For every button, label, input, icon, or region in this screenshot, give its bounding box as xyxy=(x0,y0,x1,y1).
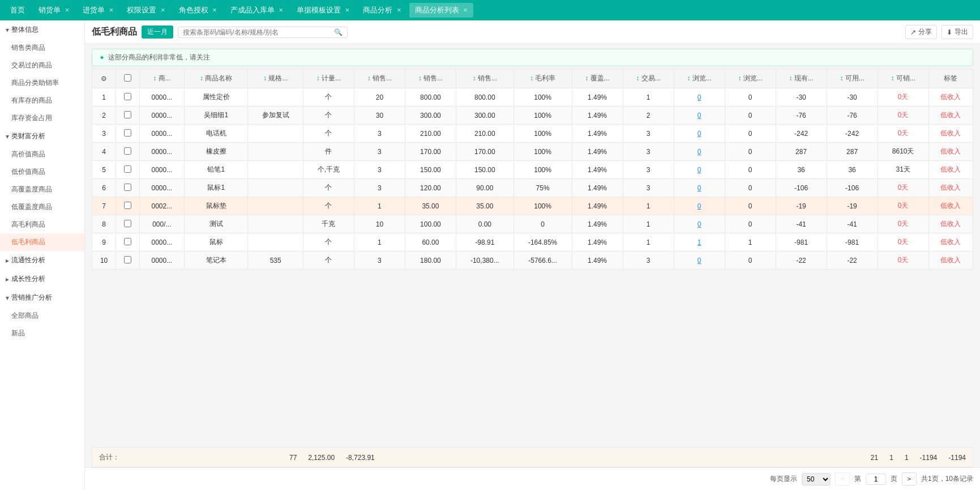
search-input[interactable] xyxy=(183,28,334,36)
row-view1[interactable]: 0 xyxy=(674,106,725,125)
row-checkbox[interactable] xyxy=(116,161,140,179)
col-sales-price[interactable]: ↕ 销售... xyxy=(405,69,456,88)
row-code: 0000... xyxy=(139,179,184,197)
row-available: -30 xyxy=(827,88,878,106)
col-checkbox[interactable] xyxy=(116,69,140,88)
row-sales-qty: 3 xyxy=(354,125,405,143)
sidebar-group-marketing[interactable]: ▾ 营销推广分析 xyxy=(0,288,84,307)
col-spec[interactable]: ↕ 规格... xyxy=(248,69,303,88)
row-available: -22 xyxy=(827,252,878,270)
col-sales-qty[interactable]: ↕ 销售... xyxy=(354,69,405,88)
sidebar-item-high-margin[interactable]: 高毛利商品 xyxy=(0,216,84,233)
col-view2[interactable]: ↕ 浏览... xyxy=(725,69,776,88)
row-view1[interactable]: 0 xyxy=(674,197,725,215)
row-view1[interactable]: 0 xyxy=(674,125,725,143)
row-check-0[interactable] xyxy=(124,93,131,100)
nav-item-analysis[interactable]: 商品分析 × xyxy=(357,3,406,18)
sidebar-item-category-rate[interactable]: 商品分类助销率 xyxy=(0,74,84,92)
col-code[interactable]: ↕ 商... xyxy=(139,69,184,88)
next-page-button[interactable]: ＞ xyxy=(902,472,917,485)
sidebar-group-wealth[interactable]: ▾ 类财富分析 xyxy=(0,127,84,146)
sidebar-item-low-margin[interactable]: 低毛利商品 xyxy=(0,233,84,251)
share-button[interactable]: ↗ 分享 xyxy=(905,25,937,39)
sidebar-item-has-stock[interactable]: 有库存的商品 xyxy=(0,92,84,109)
row-check-5[interactable] xyxy=(124,184,131,191)
filter-button[interactable]: 近一月 xyxy=(142,25,173,39)
col-settings[interactable]: ⚙ xyxy=(92,69,116,88)
sidebar-item-all-products[interactable]: 全部商品 xyxy=(0,307,84,325)
page-number-input[interactable] xyxy=(866,474,886,485)
search-icon[interactable]: 🔍 xyxy=(334,28,343,36)
row-view1[interactable]: 0 xyxy=(674,161,725,179)
row-check-4[interactable] xyxy=(124,165,131,173)
page-header: 低毛利商品 近一月 🔍 ↗ 分享 ⬇ 导出 xyxy=(85,20,980,44)
sidebar-item-capital[interactable]: 库存资金占用 xyxy=(0,109,84,127)
nav-item-template[interactable]: 单据模板设置 × xyxy=(291,3,355,18)
row-checkbox[interactable] xyxy=(116,143,140,161)
row-checkbox[interactable] xyxy=(116,179,140,197)
row-checkbox[interactable] xyxy=(116,252,140,270)
nav-item-purchase[interactable]: 进货单 × xyxy=(77,3,119,18)
row-trade: 2 xyxy=(623,106,674,125)
row-available: 287 xyxy=(827,143,878,161)
row-check-1[interactable] xyxy=(124,111,131,118)
row-check-6[interactable] xyxy=(124,202,131,209)
sidebar-item-new-products[interactable]: 新品 xyxy=(0,325,84,342)
row-check-9[interactable] xyxy=(124,256,131,263)
row-coverage: 1.49% xyxy=(572,233,623,252)
row-name: 铅笔1 xyxy=(185,161,248,179)
nav-item-role[interactable]: 角色授权 × xyxy=(173,3,222,18)
select-all-checkbox[interactable] xyxy=(124,74,131,82)
row-available: -41 xyxy=(827,215,878,233)
col-current[interactable]: ↕ 现有... xyxy=(776,69,827,88)
row-view1[interactable]: 0 xyxy=(674,179,725,197)
col-gross-rate[interactable]: ↕ 毛利率 xyxy=(513,69,572,88)
row-checkbox[interactable] xyxy=(116,233,140,252)
sidebar-item-high-value[interactable]: 高价值商品 xyxy=(0,146,84,163)
nav-item-product-in[interactable]: 产成品入库单 × xyxy=(225,3,289,18)
row-view1[interactable]: 0 xyxy=(674,143,725,161)
sidebar-group-liquidity[interactable]: ▸ 流通性分析 xyxy=(0,251,84,270)
row-view1[interactable]: 0 xyxy=(674,215,725,233)
row-checkbox[interactable] xyxy=(116,125,140,143)
nav-item-perm[interactable]: 权限设置 × xyxy=(121,3,170,18)
col-view1[interactable]: ↕ 浏览... xyxy=(674,69,725,88)
col-available[interactable]: ↕ 可用... xyxy=(827,69,878,88)
row-gross-rate: -164.85% xyxy=(513,233,572,252)
col-saleable[interactable]: ↕ 可销... xyxy=(878,69,928,88)
row-view1[interactable]: 0 xyxy=(674,252,725,270)
sidebar-group-growth[interactable]: ▸ 成长性分析 xyxy=(0,270,84,288)
row-check-8[interactable] xyxy=(124,238,131,245)
row-sales-price: 35.00 xyxy=(405,197,456,215)
row-view1[interactable]: 0 xyxy=(674,88,725,106)
sidebar-item-traded[interactable]: 交易过的商品 xyxy=(0,57,84,74)
nav-item-home[interactable]: 首页 xyxy=(5,3,31,18)
prev-page-button[interactable]: ＜ xyxy=(835,472,850,485)
row-checkbox[interactable] xyxy=(116,106,140,125)
export-button[interactable]: ⬇ 导出 xyxy=(942,25,973,39)
sidebar-group-overall[interactable]: ▾ 整体信息 xyxy=(0,20,84,39)
row-check-3[interactable] xyxy=(124,147,131,155)
row-spec xyxy=(248,88,303,106)
per-page-select[interactable]: 50 100 200 xyxy=(802,473,831,485)
row-checkbox[interactable] xyxy=(116,197,140,215)
row-checkbox[interactable] xyxy=(116,88,140,106)
col-name[interactable]: ↕ 商品名称 xyxy=(185,69,248,88)
sidebar-item-low-coverage[interactable]: 低覆盖度商品 xyxy=(0,198,84,216)
nav-item-sales[interactable]: 销货单 × xyxy=(33,3,75,18)
col-trade[interactable]: ↕ 交易... xyxy=(623,69,674,88)
col-coverage[interactable]: ↕ 覆盖... xyxy=(572,69,623,88)
row-code: 0000... xyxy=(139,88,184,106)
sidebar-item-sales-products[interactable]: 销售类商品 xyxy=(0,39,84,57)
row-view1[interactable]: 1 xyxy=(674,233,725,252)
nav-item-analysis-list[interactable]: 商品分析列表 × xyxy=(409,3,473,18)
row-spec xyxy=(248,179,303,197)
row-checkbox[interactable] xyxy=(116,215,140,233)
row-check-7[interactable] xyxy=(124,220,131,227)
col-unit[interactable]: ↕ 计量... xyxy=(303,69,354,88)
sidebar-item-high-coverage[interactable]: 高覆盖度商品 xyxy=(0,181,84,198)
col-sales-amount[interactable]: ↕ 销售... xyxy=(456,69,513,88)
table-row: 7 0002... 鼠标垫 个 1 35.00 35.00 100% 1.49%… xyxy=(92,197,973,215)
sidebar-item-low-value[interactable]: 低价值商品 xyxy=(0,163,84,181)
row-check-2[interactable] xyxy=(124,129,131,137)
